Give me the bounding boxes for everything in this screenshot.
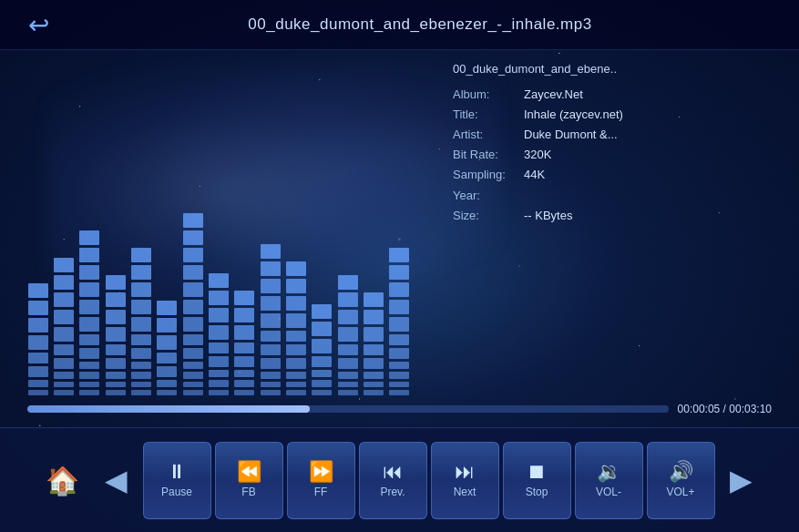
eq-segment (338, 372, 358, 379)
eq-segment (183, 213, 203, 228)
eq-segment (79, 230, 99, 245)
eq-segment (389, 282, 409, 297)
eq-segment (54, 327, 74, 342)
eq-segment (286, 344, 306, 355)
home-button[interactable]: 🏠 (36, 442, 90, 519)
eq-segment (338, 275, 358, 290)
eq-segment (28, 283, 48, 298)
eq-segment (364, 327, 384, 342)
eq-segment (106, 382, 126, 387)
eq-segment (183, 372, 203, 379)
pause-label: Pause (161, 486, 192, 498)
eq-segment (106, 344, 126, 355)
track-info-panel: 00_duke_dumont_and_ebene.. Album: Zaycev… (453, 59, 781, 226)
ff-button[interactable]: ⏩ FF (287, 442, 355, 519)
eq-segment (209, 291, 229, 305)
eq-segment (389, 300, 409, 314)
eq-segment (389, 372, 409, 379)
eq-segment (183, 317, 203, 332)
eq-segment (338, 344, 358, 355)
next-nav-arrow[interactable]: ▶ (719, 442, 764, 519)
vol-minus-icon: 🔉 (597, 462, 621, 482)
prev-nav-arrow[interactable]: ◀ (94, 442, 139, 519)
eq-segment (364, 382, 384, 387)
eq-segment (286, 372, 306, 379)
next-icon: ⏭ (455, 462, 475, 482)
eq-segment (79, 334, 99, 345)
eq-segment (183, 265, 203, 280)
artist-row: Artist: Duke Dumont &... (453, 125, 781, 145)
eq-segment (338, 327, 358, 342)
eq-segment (338, 358, 358, 369)
eq-bar-3 (105, 275, 126, 395)
eq-segment (338, 382, 358, 387)
size-label: Size: (453, 206, 517, 226)
eq-segment (28, 301, 48, 315)
eq-segment (106, 372, 126, 379)
home-icon: 🏠 (46, 465, 79, 496)
eq-segment (131, 348, 151, 359)
eq-segment (54, 258, 74, 272)
eq-segment (79, 248, 99, 262)
eq-segment (183, 362, 203, 369)
eq-bar-12 (337, 275, 358, 395)
eq-segment (157, 301, 177, 315)
eq-segment (79, 382, 99, 387)
title-row: Title: Inhale (zaycev.net) (453, 105, 781, 125)
eq-segment (28, 318, 48, 332)
pause-button[interactable]: ⏸ Pause (143, 442, 211, 519)
eq-segment (286, 382, 306, 387)
album-row: Album: Zaycev.Net (453, 85, 781, 105)
total-time: 00:03:10 (729, 403, 772, 415)
bitrate-row: Bit Rate: 320K (453, 145, 781, 165)
eq-segment (261, 382, 281, 387)
bitrate-value: 320K (524, 145, 551, 165)
vol-plus-icon: 🔊 (669, 462, 693, 482)
progress-bar-container[interactable] (27, 405, 669, 413)
back-button[interactable]: ↩ (18, 9, 59, 41)
eq-segment (261, 358, 281, 369)
eq-bar-13 (363, 292, 384, 395)
eq-segment (157, 353, 177, 363)
eq-segment (286, 313, 306, 328)
stop-label: Stop (526, 486, 548, 498)
progress-bar-fill (27, 405, 310, 413)
eq-segment (131, 362, 151, 369)
eq-segment (389, 334, 409, 345)
eq-segment (209, 273, 229, 288)
eq-segment (286, 331, 306, 342)
eq-segment (183, 382, 203, 387)
eq-segment (234, 325, 254, 340)
vol-plus-label: VOL+ (666, 486, 694, 498)
eq-segment (131, 317, 151, 332)
eq-segment (312, 356, 332, 367)
prev-icon: ⏮ (383, 462, 403, 482)
prev-button[interactable]: ⏮ Prev. (359, 442, 427, 519)
eq-segment (364, 292, 384, 307)
eq-segment (79, 300, 99, 314)
eq-segment (389, 265, 409, 280)
eq-segment (106, 327, 126, 342)
eq-segment (261, 296, 281, 311)
eq-segment (261, 244, 281, 259)
progress-area[interactable]: 00:00:05 / 00:03:10 (27, 395, 772, 423)
eq-segment (312, 304, 332, 319)
eq-segment (79, 265, 99, 280)
vol-minus-button[interactable]: 🔉 VOL- (575, 442, 643, 519)
eq-segment (286, 358, 306, 369)
eq-segment (364, 310, 384, 324)
stop-button[interactable]: ⏹ Stop (503, 442, 571, 519)
track-filename: 00_duke_dumont_and_ebene.. (453, 59, 781, 79)
eq-bar-7 (208, 273, 229, 395)
eq-segment (183, 300, 203, 314)
eq-segment (106, 358, 126, 369)
eq-segment (131, 382, 151, 387)
fb-button[interactable]: ⏪ FB (215, 442, 283, 519)
eq-bar-2 (79, 230, 100, 395)
eq-segment (131, 265, 151, 280)
vol-plus-button[interactable]: 🔊 VOL+ (647, 442, 715, 519)
next-button[interactable]: ⏭ Next (431, 442, 499, 519)
eq-segment (234, 380, 254, 387)
eq-segment (106, 292, 126, 307)
size-value: -- KBytes (524, 206, 572, 226)
